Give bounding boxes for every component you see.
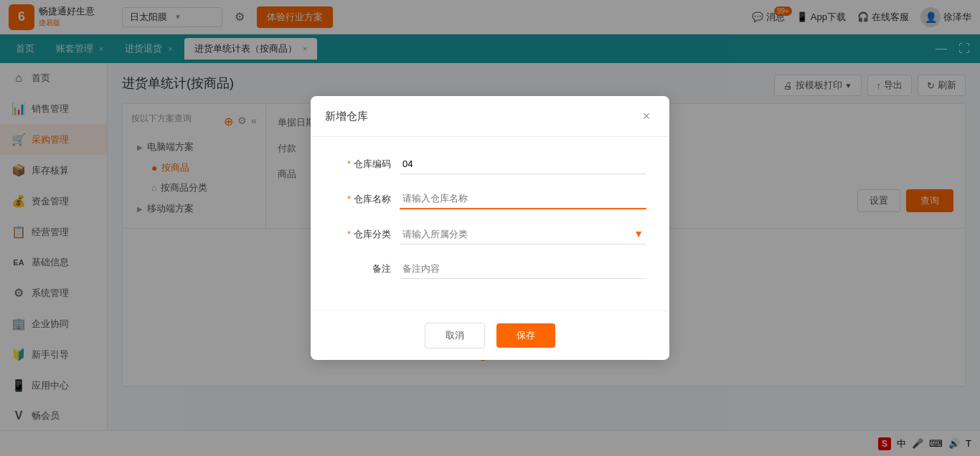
name-input[interactable] (400, 189, 646, 209)
modal-close-button[interactable]: × (638, 108, 655, 125)
modal-overlay: 新增仓库 × 仓库编码 仓库名称 仓库分类 ▼ (0, 0, 980, 456)
save-button[interactable]: 保存 (496, 323, 555, 348)
category-input[interactable] (402, 229, 633, 239)
form-row-remark: 备注 (334, 259, 646, 279)
category-select-wrapper[interactable]: ▼ (400, 224, 646, 244)
name-label: 仓库名称 (334, 193, 391, 206)
code-input[interactable] (400, 154, 646, 174)
remark-label: 备注 (334, 262, 391, 275)
cancel-button[interactable]: 取消 (425, 323, 485, 348)
form-row-category: 仓库分类 ▼ (334, 224, 646, 244)
modal-title: 新增仓库 (325, 110, 368, 123)
form-row-code: 仓库编码 (334, 154, 646, 174)
category-label: 仓库分类 (334, 228, 391, 241)
modal-footer: 取消 保存 (311, 310, 669, 360)
add-warehouse-modal: 新增仓库 × 仓库编码 仓库名称 仓库分类 ▼ (311, 96, 669, 360)
category-dropdown-icon: ▼ (633, 228, 644, 239)
remark-input[interactable] (400, 259, 646, 279)
modal-header: 新增仓库 × (311, 96, 669, 137)
modal-body: 仓库编码 仓库名称 仓库分类 ▼ 备注 (311, 137, 669, 310)
form-row-name: 仓库名称 (334, 189, 646, 209)
code-label: 仓库编码 (334, 158, 391, 171)
